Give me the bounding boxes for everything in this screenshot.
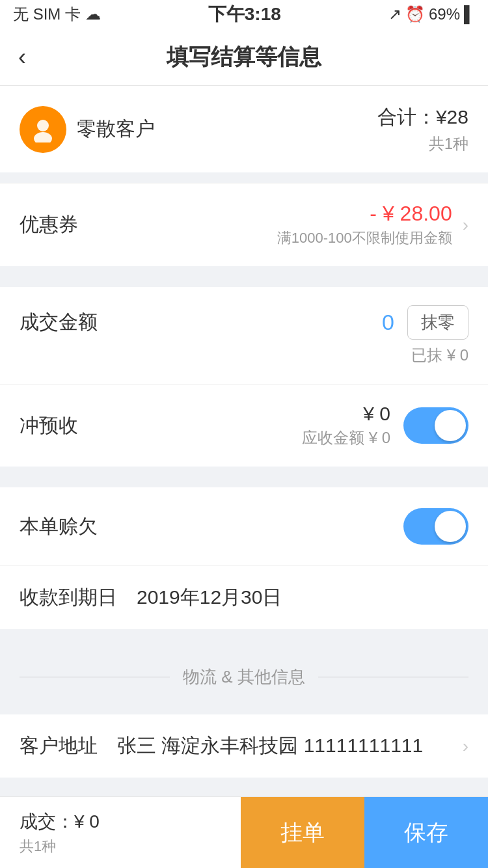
- svg-point-0: [37, 120, 49, 131]
- status-left: 无 SIM 卡 ☁: [13, 4, 101, 25]
- bottom-transaction: 成交：¥ 0: [20, 809, 221, 834]
- section-divider-1: [0, 277, 488, 287]
- coupon-value: - ¥ 28.00 满1000-100不限制使用金额: [277, 202, 452, 248]
- address-row[interactable]: 客户地址 张三 海淀永丰科技园 11111111111 ›: [0, 714, 488, 778]
- status-right: ↗ ⏰ 69% ▌: [388, 5, 475, 23]
- round-zero-button[interactable]: 抹零: [407, 305, 468, 340]
- avatar: [20, 106, 66, 153]
- status-time: 下午3:18: [208, 2, 281, 27]
- coupon-right: - ¥ 28.00 满1000-100不限制使用金额 ›: [277, 202, 468, 248]
- bottom-count: 共1种: [20, 837, 221, 856]
- total-amount: 合计：¥28: [377, 104, 468, 131]
- debt-section: 本单赊欠 收款到期日 2019年12月30日: [0, 487, 488, 629]
- customer-left: 零散客户: [20, 106, 155, 153]
- status-bar: 无 SIM 卡 ☁ 下午3:18 ↗ ⏰ 69% ▌: [0, 0, 488, 29]
- transaction-value[interactable]: 0: [368, 310, 394, 335]
- location-icon: ↗: [388, 5, 401, 23]
- coupon-section[interactable]: 优惠券 - ¥ 28.00 满1000-100不限制使用金额 ›: [0, 183, 488, 266]
- address-section: 客户地址 张三 海淀永丰科技园 11111111111 ›: [0, 714, 488, 778]
- divider-line-right: [318, 677, 468, 677]
- chevron-right-icon: ›: [463, 215, 468, 236]
- prereceive-right: ¥ 0 应收金额 ¥ 0: [302, 403, 468, 448]
- transaction-right: 0 抹零: [368, 305, 468, 340]
- prereceive-amount: ¥ 0 应收金额 ¥ 0: [302, 403, 390, 448]
- prereceive-toggle[interactable]: [403, 407, 468, 444]
- bottom-transaction-value: ¥ 0: [74, 811, 100, 832]
- logistics-text: 物流 & 其他信息: [183, 666, 305, 688]
- bottom-info: 成交：¥ 0 共1种: [0, 797, 241, 868]
- customer-right: 合计：¥28 共1种: [377, 104, 468, 154]
- prereceive-label: 冲预收: [20, 413, 78, 439]
- nav-bar: ‹ 填写结算等信息: [0, 29, 488, 86]
- debt-label: 本单赊欠: [20, 513, 98, 540]
- person-icon: [30, 116, 56, 142]
- customer-name: 零散客户: [77, 116, 155, 142]
- logistics-divider: 物流 & 其他信息: [20, 666, 468, 688]
- back-button[interactable]: ‹: [18, 44, 26, 71]
- prereceive-sub: 应收金额 ¥ 0: [302, 427, 390, 448]
- total-count: 共1种: [377, 133, 468, 154]
- prereceive-value: ¥ 0: [302, 403, 390, 425]
- due-date-row[interactable]: 收款到期日 2019年12月30日: [0, 565, 488, 629]
- customer-section: 零散客户 合计：¥28 共1种: [0, 86, 488, 172]
- pending-button[interactable]: 挂单: [241, 797, 364, 868]
- coupon-label: 优惠券: [20, 211, 78, 238]
- transaction-row: 成交金额 0 抹零 已抹 ¥ 0: [0, 287, 488, 384]
- prereceive-row: 冲预收 ¥ 0 应收金额 ¥ 0: [0, 384, 488, 467]
- bottom-transaction-label: 成交：: [20, 811, 74, 832]
- coupon-amount: - ¥ 28.00: [277, 202, 452, 226]
- address-label: 客户地址: [20, 733, 98, 759]
- battery-icon: ▌: [464, 5, 475, 23]
- transaction-sub: 已抹 ¥ 0: [20, 345, 468, 366]
- debt-row: 本单赊欠: [0, 487, 488, 565]
- debt-toggle-knob: [435, 511, 466, 542]
- content: 零散客户 合计：¥28 共1种 优惠券 - ¥ 28.00 满1000-100不…: [0, 86, 488, 866]
- coupon-row[interactable]: 优惠券 - ¥ 28.00 满1000-100不限制使用金额 ›: [0, 183, 488, 266]
- transaction-label: 成交金额: [20, 309, 98, 336]
- logistics-header: 物流 & 其他信息: [0, 650, 488, 704]
- save-button[interactable]: 保存: [364, 797, 488, 868]
- section-divider-2: [0, 477, 488, 487]
- page-title: 填写结算等信息: [167, 42, 321, 72]
- sim-indicator: 无 SIM 卡 ☁: [13, 4, 101, 25]
- toggle-knob: [435, 410, 466, 441]
- due-date-label: 收款到期日: [20, 584, 117, 611]
- address-chevron-icon: ›: [463, 736, 468, 757]
- divider-line-left: [20, 677, 170, 677]
- svg-point-1: [34, 132, 52, 142]
- debt-toggle[interactable]: [403, 508, 468, 545]
- due-date-value: 2019年12月30日: [137, 584, 282, 611]
- customer-row: 零散客户 合计：¥28 共1种: [0, 86, 488, 172]
- battery-level: 69%: [429, 5, 460, 23]
- address-value: 张三 海淀永丰科技园 11111111111: [117, 733, 463, 759]
- transaction-section: 成交金额 0 抹零 已抹 ¥ 0 冲预收 ¥ 0 应收金额 ¥ 0: [0, 287, 488, 467]
- bottom-bar: 成交：¥ 0 共1种 挂单 保存: [0, 796, 488, 868]
- alarm-icon: ⏰: [405, 5, 425, 23]
- transaction-top: 成交金额 0 抹零: [20, 305, 468, 340]
- section-divider-3: [0, 640, 488, 650]
- coupon-desc: 满1000-100不限制使用金额: [277, 228, 452, 248]
